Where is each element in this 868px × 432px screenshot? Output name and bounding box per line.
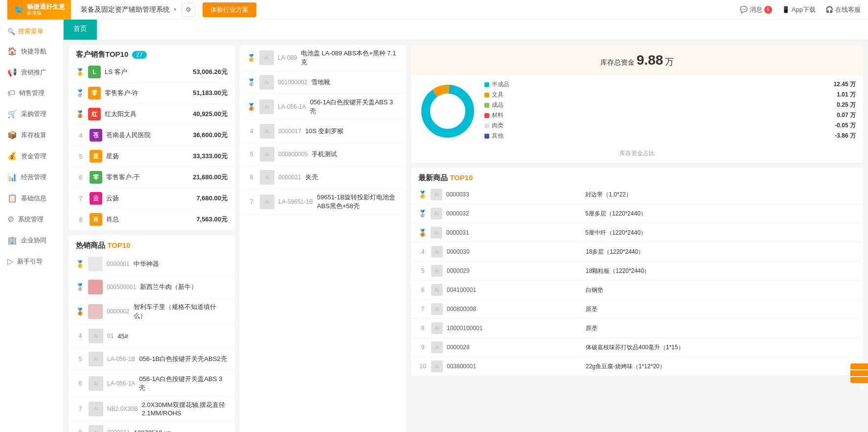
- newest-product-row: 10 Ai 003800001 22g鱼豆腐-烧烤味（1*12*20）: [411, 357, 863, 376]
- three-col-layout: 客户销售TOP10 27 🥇 L LS 客户 53,006.26元 🥈 零 零售…: [64, 40, 868, 432]
- sidebar-item-guide[interactable]: ▷ 新手引导: [0, 251, 63, 272]
- hot-product-mid-row: 4 Ai 0000017 10S 变刺罗猴: [240, 120, 406, 143]
- sidebar-item-operations[interactable]: 📊 经营管理: [0, 167, 63, 188]
- product-image-placeholder: Ai: [431, 284, 443, 296]
- product-name: 45#: [117, 333, 228, 340]
- product-name: 雪地靴: [311, 78, 399, 87]
- product-image-placeholder: Ai: [259, 75, 274, 90]
- product-code: 004100001: [447, 287, 582, 293]
- product-image-placeholder: Ai: [89, 425, 103, 432]
- product-image-placeholder: Ai: [259, 99, 274, 114]
- product-code: 0000030: [447, 248, 582, 255]
- rank-number: 6: [418, 287, 427, 293]
- content-scroll[interactable]: 客户销售TOP10 27 🥇 L LS 客户 53,006.26元 🥈 零 零售…: [64, 40, 868, 432]
- online-service-button[interactable]: 🎧 在线客服: [825, 5, 861, 14]
- product-name: 封边带（1.0*22）: [585, 191, 856, 199]
- product-image: [88, 280, 103, 294]
- product-name: 5厘多层（1220*2440）: [585, 210, 856, 218]
- tab-home[interactable]: 首页: [64, 20, 97, 40]
- online-service-label: 在线客服: [835, 5, 861, 14]
- hot-product-row: 8 Ai 0000011 12070519-xs: [69, 421, 235, 432]
- direct-button[interactable]: 直营: [850, 377, 868, 383]
- brand-icon: 🐦: [14, 4, 24, 15]
- product-image-icon: Ai: [94, 430, 98, 432]
- product-image-icon: Ai: [431, 246, 443, 258]
- inventory-chart-section: 半成品 12.45 万 文具 1.01 万: [411, 75, 863, 147]
- sidebar-label-enterprise: 企业协同: [21, 236, 46, 245]
- legend-cailiao: 材料 0.07 万: [484, 111, 856, 120]
- product-name: 智利车子里（规格不知道填什么）: [134, 303, 228, 320]
- customer-rank-row: 5 星 星扬 33,333.00元: [69, 146, 235, 167]
- product-code: 0000001: [107, 261, 130, 267]
- trial-button[interactable]: 体验行业方案: [203, 2, 256, 17]
- sidebar-item-quick-nav[interactable]: 🏠 快捷导航: [0, 41, 63, 62]
- guide-icon: ▷: [7, 257, 13, 266]
- sidebar-label-marketing: 营销推广: [21, 68, 46, 77]
- inventory-amount: 9.88: [637, 52, 663, 68]
- hot-product-row: 🥈 000500001 新西兰牛肉（新牛）: [69, 276, 235, 299]
- float-buttons: 客服热线 服务社区 直营: [850, 363, 868, 383]
- sales-icon: 🏷: [7, 89, 15, 97]
- system-selector[interactable]: 装备及固定资产辅助管理系统 ▾: [81, 5, 177, 14]
- product-image-placeholder: Ai: [260, 147, 274, 162]
- inventory-icon: 📦: [7, 130, 17, 140]
- customer-rank-row: 🥈 零 零售客户-许 51,183.00元: [69, 83, 235, 104]
- customer-name: 星扬: [106, 152, 189, 161]
- product-image-icon: Ai: [265, 129, 270, 134]
- product-code: 000500001: [107, 284, 136, 290]
- customer-service-button[interactable]: 客服热线: [850, 363, 868, 369]
- sidebar-item-sales[interactable]: 🏷 销售管理: [0, 83, 63, 103]
- app-download-button[interactable]: 📱 App下载: [782, 5, 816, 14]
- product-name: 白钢垫: [586, 286, 856, 294]
- col-left: 客户销售TOP10 27 🥇 L LS 客户 53,006.26元 🥈 零 零售…: [69, 45, 235, 432]
- product-image-placeholder: Ai: [89, 352, 103, 366]
- notifications-button[interactable]: 💬 消息 6: [740, 5, 772, 14]
- customer-amount: 51,183.00元: [193, 89, 228, 97]
- search-menu-button[interactable]: 🔍 搜索菜单: [0, 22, 63, 41]
- rank-number: 4: [418, 248, 427, 255]
- legend-dot-banchenpin: [484, 82, 489, 87]
- main-layout: 🔍 搜索菜单 🏠 快捷导航 📢 营销推广 🏷 销售管理 🛒 采购管理 📦 库存核…: [0, 0, 868, 432]
- purchase-icon: 🛒: [7, 109, 17, 119]
- newest-product-row: 🥉 Ai 0000031 5厘中纤（1220*2440）: [411, 223, 863, 242]
- product-image-icon: Ai: [431, 284, 443, 296]
- product-name: 手机测试: [312, 150, 399, 159]
- finance-icon: 💰: [7, 151, 17, 161]
- newest-product-row: 8 Ai 10000100001 原垄: [411, 319, 863, 338]
- newest-product-row: 🥈 Ai 0000032 5厘多层（1220*2440）: [411, 204, 863, 223]
- chart-legend: 半成品 12.45 万 文具 1.01 万: [484, 80, 856, 142]
- notification-icon: 💬: [740, 6, 748, 13]
- rank-number: 7: [247, 198, 256, 205]
- hot-product-row: 4 Ai 01 45#: [69, 325, 235, 348]
- product-image-icon: Ai: [94, 334, 98, 339]
- product-code: LA-089: [278, 54, 297, 61]
- customer-rank-row: 6 零 零售客户-于 21,680.00元: [69, 167, 235, 188]
- product-name: 18颗粒板（1220*2440）: [586, 267, 856, 275]
- product-image-placeholder: Ai: [431, 189, 442, 200]
- sidebar-item-finance[interactable]: 💰 资金管理: [0, 145, 63, 167]
- tab-bar: 首页: [64, 20, 868, 40]
- brand-area: 🐦 畅捷通好生意 标准版: [7, 0, 71, 20]
- sidebar-item-enterprise[interactable]: 🏢 企业协同: [0, 230, 63, 251]
- sidebar-item-system[interactable]: ⚙ 系统管理: [0, 209, 63, 230]
- service-community-button[interactable]: 服务社区: [850, 370, 868, 376]
- rank-number: 6: [76, 174, 86, 181]
- product-image-icon: Ai: [265, 152, 270, 157]
- customer-name: 红太阳文具: [105, 110, 189, 119]
- notification-badge: 6: [764, 6, 772, 14]
- brand-sub: 标准版: [27, 10, 65, 16]
- product-image-icon: Ai: [431, 303, 443, 315]
- product-name: 中华神器: [134, 260, 228, 268]
- settings-button[interactable]: ⚙: [182, 3, 195, 17]
- product-image-placeholder: Ai: [89, 376, 103, 391]
- sidebar-item-marketing[interactable]: 📢 营销推广: [0, 62, 63, 83]
- product-name: 原垄: [586, 324, 856, 333]
- hot-product-row: 7 Ai NB2.0X30B 2.0X30MM双摆花轴,摆花直径2.1MM/RO…: [69, 397, 235, 421]
- customer-amount: 36,600.00元: [193, 131, 228, 140]
- sidebar-item-purchase[interactable]: 🛒 采购管理: [0, 103, 63, 124]
- sidebar-item-basic-info[interactable]: 📋 基础信息: [0, 188, 63, 209]
- rank-number: 8: [418, 325, 427, 332]
- sidebar-item-inventory[interactable]: 📦 库存核算: [0, 124, 63, 145]
- rank-number: 5: [76, 153, 86, 160]
- product-image-placeholder: Ai: [431, 341, 443, 353]
